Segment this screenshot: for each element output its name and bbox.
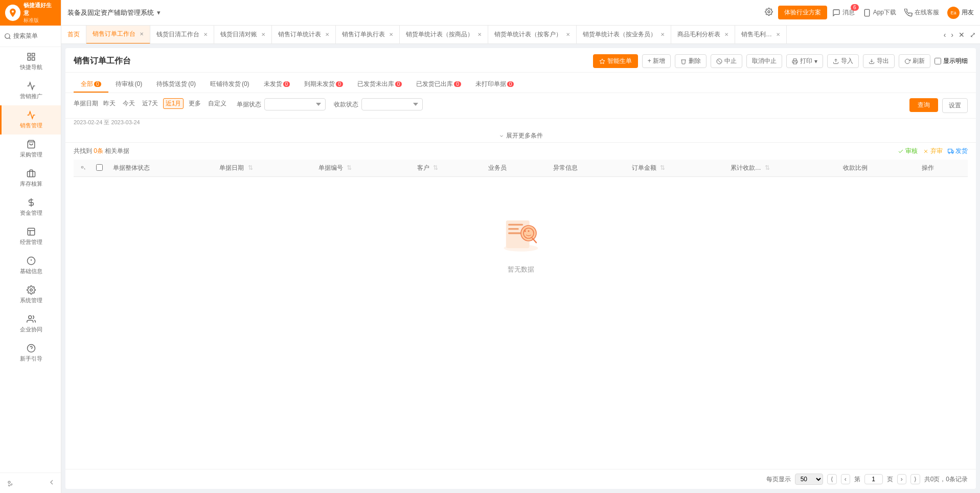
filter-tab-pending-audit[interactable]: 待审核(0): [108, 77, 150, 93]
th-check[interactable]: [91, 160, 108, 177]
filter-tab-wangpu[interactable]: 旺铺待发货(0): [203, 77, 257, 93]
tab-by-customer[interactable]: 销货单统计表（按客户） ✕: [488, 26, 577, 44]
tab-cash-daily[interactable]: 钱货日清工作台 ✕: [150, 26, 214, 44]
th-date[interactable]: 单据日期 ⇅: [214, 160, 313, 177]
expand-conditions-button[interactable]: 展开更多条件: [499, 131, 543, 140]
cancel-stop-button[interactable]: 取消中止: [746, 54, 782, 68]
th-received[interactable]: 累计收款… ⇅: [725, 160, 838, 177]
sidebar-item-system[interactable]: 系统管理: [0, 280, 61, 309]
th-number[interactable]: 单据编号 ⇅: [313, 160, 412, 177]
sidebar-logo: 畅捷通好生意 标准版: [0, 0, 61, 26]
sidebar-item-marketing[interactable]: 营销推广: [0, 76, 61, 105]
sort-number-icon[interactable]: ⇅: [347, 164, 352, 171]
tab-sales-exec[interactable]: 销售订单执行表 ✕: [336, 26, 400, 44]
batch-ship-button[interactable]: 发货: [948, 147, 968, 155]
topbar-dropdown-button[interactable]: ▾: [157, 9, 161, 16]
message-button[interactable]: 消息 6: [832, 8, 855, 17]
tab-sales-order[interactable]: 销售订单工作台 ✕: [86, 26, 150, 44]
export-button[interactable]: 导出: [863, 54, 895, 68]
sidebar-item-inventory[interactable]: 库存核算: [0, 164, 61, 193]
smart-create-button[interactable]: 智能生单: [593, 54, 638, 68]
filter-tab-not-shipped[interactable]: 未发货0: [257, 77, 298, 93]
tab-close-sales-stats[interactable]: ✕: [325, 32, 329, 37]
filter-setting-button[interactable]: 设置: [942, 98, 968, 113]
filter-tab-not-printed[interactable]: 未打印单据0: [468, 77, 521, 93]
sort-date-icon[interactable]: ⇅: [248, 164, 253, 171]
tab-close-cash-reconcile[interactable]: ✕: [261, 32, 265, 37]
industry-solution-button[interactable]: 体验行业方案: [778, 6, 827, 19]
import-button[interactable]: 导入: [827, 54, 859, 68]
tab-close-sales-gross[interactable]: ✕: [776, 32, 780, 37]
topbar-settings-button[interactable]: [765, 8, 773, 17]
last-page-button[interactable]: ⟩: [910, 474, 920, 484]
app-download-button[interactable]: App下载: [863, 8, 896, 17]
tab-sales-gross[interactable]: 销售毛利… ✕: [735, 26, 787, 44]
tab-scroll-left[interactable]: ‹: [942, 29, 948, 41]
tab-close-all[interactable]: ✕: [956, 29, 967, 41]
tab-by-staff[interactable]: 销货单统计表（按业务员） ✕: [577, 26, 671, 44]
date-btn-7days[interactable]: 近7天: [140, 98, 160, 109]
th-amount[interactable]: 订单金额 ⇅: [627, 160, 725, 177]
refresh-button[interactable]: 刷新: [899, 54, 930, 68]
tab-close-sales-order[interactable]: ✕: [140, 31, 144, 37]
delete-button[interactable]: 删除: [675, 54, 706, 68]
tab-by-product[interactable]: 销货单统计表（按商品） ✕: [400, 26, 488, 44]
sidebar-item-finance[interactable]: 资金管理: [0, 193, 61, 222]
tab-close-by-product[interactable]: ✕: [477, 32, 482, 37]
status-filter-select[interactable]: [264, 98, 326, 110]
date-btn-more[interactable]: 更多: [187, 98, 203, 109]
date-btn-today[interactable]: 今天: [121, 98, 137, 109]
select-all-checkbox[interactable]: [96, 164, 103, 171]
sort-customer-icon[interactable]: ⇅: [433, 164, 438, 171]
tab-home[interactable]: 首页: [61, 26, 86, 44]
batch-unaudit-button[interactable]: 弃审: [923, 147, 943, 155]
tab-cash-reconcile[interactable]: 钱货日清对账 ✕: [214, 26, 272, 44]
date-btn-1month[interactable]: 近1月: [163, 98, 184, 109]
first-page-button[interactable]: ⟨: [827, 474, 837, 484]
tab-maximize[interactable]: ⤢: [968, 29, 978, 41]
tab-sales-stats[interactable]: 销售订单统计表 ✕: [272, 26, 336, 44]
search-menu-button[interactable]: 搜索菜单: [4, 30, 57, 42]
tab-close-sales-exec[interactable]: ✕: [389, 32, 393, 37]
tab-scroll-right[interactable]: ›: [949, 29, 955, 41]
prev-page-button[interactable]: ‹: [841, 474, 850, 484]
sidebar-item-guide[interactable]: 新手引导: [0, 339, 61, 368]
filter-tab-shipped-out[interactable]: 已发货已出库0: [409, 77, 468, 93]
sidebar-item-enterprise[interactable]: 企业协同: [0, 309, 61, 339]
sidebar-item-basic[interactable]: 基础信息: [0, 251, 61, 280]
sidebar-item-quicknav[interactable]: 快捷导航: [0, 47, 61, 76]
print-button[interactable]: 打印 ▾: [786, 54, 823, 68]
th-customer[interactable]: 客户 ⇅: [412, 160, 483, 177]
sidebar-item-operation[interactable]: 经营管理: [0, 222, 61, 251]
next-page-button[interactable]: ›: [897, 474, 906, 484]
filter-tab-all[interactable]: 全部0: [74, 77, 108, 93]
batch-audit-button[interactable]: 审核: [898, 147, 918, 155]
add-button[interactable]: + 新增: [642, 54, 671, 68]
tab-gross-profit[interactable]: 商品毛利分析表 ✕: [671, 26, 735, 44]
date-btn-yesterday[interactable]: 昨天: [101, 98, 118, 109]
tab-close-by-staff[interactable]: ✕: [660, 32, 665, 37]
show-detail-input[interactable]: [935, 58, 941, 64]
sort-amount-icon[interactable]: ⇅: [660, 164, 665, 171]
page-number-input[interactable]: [864, 474, 883, 484]
tab-close-by-customer[interactable]: ✕: [566, 32, 570, 37]
stop-button[interactable]: 中止: [711, 54, 742, 68]
filter-tab-pending-inspect[interactable]: 待拣货送货(0): [149, 77, 203, 93]
show-detail-checkbox[interactable]: 显示明细: [935, 57, 968, 65]
sidebar-item-purchase[interactable]: 采购管理: [0, 135, 61, 164]
query-button[interactable]: 查询: [909, 98, 938, 112]
filter-tab-expired-ship[interactable]: 到期未发货0: [297, 77, 350, 93]
payment-filter-select[interactable]: [361, 98, 423, 110]
user-profile-button[interactable]: Ea 用友: [947, 7, 974, 19]
sort-received-icon[interactable]: ⇅: [765, 164, 770, 171]
settings-footer-button[interactable]: [5, 478, 13, 488]
tab-close-gross-profit[interactable]: ✕: [724, 32, 728, 37]
online-service-button[interactable]: 在线客服: [904, 8, 939, 17]
collapse-sidebar-button[interactable]: [48, 478, 56, 488]
sidebar-search-area[interactable]: 搜索菜单: [0, 26, 61, 47]
filter-tab-shipped-not-out[interactable]: 已发货未出库0: [350, 77, 409, 93]
sidebar-item-sales[interactable]: 销售管理: [0, 105, 61, 135]
per-page-select[interactable]: 50 100 200: [795, 474, 823, 485]
date-btn-custom[interactable]: 自定义: [206, 98, 229, 109]
tab-close-cash-daily[interactable]: ✕: [203, 32, 208, 37]
